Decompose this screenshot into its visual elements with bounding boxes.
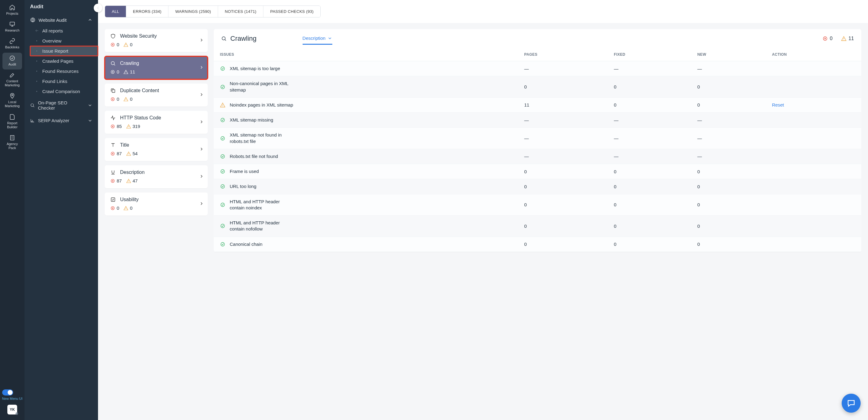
status-icon (220, 184, 225, 189)
tab-passed[interactable]: PASSED CHECKS (93) (264, 6, 320, 17)
issues-table: ISSUESPAGESFIXEDNEWACTION XML sitemap is… (214, 48, 861, 252)
rail-label: Research (5, 29, 19, 32)
sidebar-item-label: Issue Report (42, 49, 68, 54)
edit-icon (9, 72, 15, 78)
category-card-title[interactable]: Title 87 54 (105, 138, 208, 161)
tab-errors[interactable]: ERRORS (334) (126, 6, 168, 17)
rail-item-backlinks[interactable]: Backlinks (2, 35, 22, 52)
file-icon (9, 114, 15, 120)
sidebar-tool-serp-analyzer[interactable]: SERP Analyzer (25, 114, 98, 127)
nav-group-website-audit[interactable]: Website Audit (25, 14, 98, 26)
table-row[interactable]: HTML and HTTP header contain nofollow 0 … (214, 216, 861, 237)
cell-new: — (691, 112, 766, 128)
col-action: ACTION (766, 48, 861, 61)
sidebar-item-found-resources[interactable]: •Found Resources (30, 66, 98, 76)
sidebar-item-found-links[interactable]: •Found Links (30, 76, 98, 86)
issue-name: Robots.txt file not found (230, 153, 278, 160)
category-card-description[interactable]: Description 87 47 (105, 165, 208, 188)
filter-tabs: ALLERRORS (334)WARNINGS (2590)NOTICES (1… (105, 5, 321, 18)
rail-item-report-builder[interactable]: Report Builder (2, 111, 22, 132)
table-row[interactable]: Canonical chain 0 0 0 (214, 237, 861, 252)
table-row[interactable]: Frame is used 0 0 0 (214, 164, 861, 179)
warning-icon (123, 206, 128, 211)
card-errors: 0 (110, 205, 119, 211)
chevron-down-icon (88, 103, 93, 108)
table-row[interactable]: XML sitemap is too large — — — (214, 61, 861, 76)
cell-new: — (691, 149, 766, 164)
rail-item-local-marketing[interactable]: Local Marketing (2, 90, 22, 111)
chevron-right-icon (199, 201, 204, 206)
category-card-duplicate-content[interactable]: Duplicate Content 0 0 (105, 84, 208, 106)
table-row[interactable]: XML sitemap missing — — — (214, 112, 861, 128)
bullet-icon: • (34, 90, 39, 93)
category-card-http-status-code[interactable]: HTTP Status Code 85 319 (105, 111, 208, 134)
sidebar-item-issue-report[interactable]: •Issue Report (30, 46, 98, 56)
sidebar-item-crawled-pages[interactable]: •Crawled Pages (30, 56, 98, 66)
card-errors-value: 87 (117, 178, 122, 183)
issue-name: XML sitemap is too large (230, 66, 280, 72)
sidebar-item-crawl-comparison[interactable]: •Crawl Comparison (30, 86, 98, 96)
card-errors: 87 (110, 151, 122, 156)
action-reset[interactable]: Reset (772, 102, 784, 107)
error-icon (110, 179, 115, 183)
sidebar-item-label: Found Links (42, 79, 67, 84)
card-warnings-value: 0 (130, 42, 132, 47)
chevron-right-icon (199, 92, 204, 97)
rail-item-research[interactable]: Research (2, 19, 22, 35)
rail-item-projects[interactable]: Projects (2, 2, 22, 19)
table-row[interactable]: URL too long 0 0 0 (214, 179, 861, 194)
view-dropdown[interactable]: Description (303, 35, 332, 45)
sidebar-item-all-reports[interactable]: All reports (30, 26, 98, 36)
card-title: Duplicate Content (120, 88, 159, 93)
card-title: Description (120, 170, 145, 175)
chevron-down-icon (328, 36, 332, 41)
status-icon (220, 169, 225, 174)
cell-new: 0 (691, 164, 766, 179)
rail-item-content-marketing[interactable]: Content Marketing (2, 69, 22, 90)
category-card-list: Website Security 0 0 Crawling 0 11 Dupli… (105, 29, 208, 216)
table-row[interactable]: XML sitemap not found in robots.txt file… (214, 128, 861, 149)
copy-icon (110, 88, 116, 93)
avatar[interactable]: YK (7, 405, 17, 415)
category-card-website-security[interactable]: Website Security 0 0 (105, 29, 208, 52)
col-issues: ISSUES (214, 48, 518, 61)
rail-label: Audit (8, 62, 16, 66)
card-warnings: 319 (126, 124, 140, 129)
warning-icon (123, 97, 128, 102)
category-card-usability[interactable]: Usability 0 0 (105, 193, 208, 216)
issue-name: Non-canonical pages in XML sitemap (230, 80, 294, 93)
cell-new: 0 (691, 237, 766, 252)
card-warnings-value: 0 (130, 96, 132, 102)
sidebar-item-label: All reports (42, 28, 63, 33)
sidebar-item-overview[interactable]: •Overview (30, 36, 98, 46)
error-icon (110, 69, 115, 74)
table-row[interactable]: Non-canonical pages in XML sitemap 0 0 0 (214, 76, 861, 98)
chat-button[interactable] (842, 394, 861, 413)
rail-item-agency-pack[interactable]: Agency Pack (2, 132, 22, 153)
new-menu-ui-toggle[interactable] (2, 389, 13, 395)
card-errors-value: 0 (117, 205, 119, 211)
rail-label: Backlinks (5, 45, 19, 49)
card-errors: 0 (110, 96, 119, 102)
table-row[interactable]: HTML and HTTP header contain noindex 0 0… (214, 194, 861, 216)
sidebar-tool-on-page-seo-checker[interactable]: On-Page SEO Checker (25, 96, 98, 114)
status-icon (220, 136, 225, 141)
tool-label: SERP Analyzer (38, 118, 69, 123)
cell-new: — (691, 128, 766, 149)
category-card-crawling[interactable]: Crawling 0 11 (105, 56, 208, 79)
table-row[interactable]: Noindex pages in XML sitemap 11 0 0 Rese… (214, 97, 861, 112)
tool-label: On-Page SEO Checker (38, 100, 85, 110)
card-errors-value: 0 (117, 96, 119, 102)
issue-name: Canonical chain (230, 241, 262, 247)
globe-icon (30, 17, 35, 23)
collapse-sidebar-button[interactable] (94, 4, 102, 12)
rail-item-audit[interactable]: Audit (2, 53, 22, 69)
tab-warnings[interactable]: WARNINGS (2590) (168, 6, 218, 17)
total-errors-value: 0 (830, 36, 833, 41)
issue-name: XML sitemap missing (230, 117, 273, 123)
table-row[interactable]: Robots.txt file not found — — — (214, 149, 861, 164)
status-icon (220, 202, 225, 207)
card-warnings-value: 54 (133, 151, 138, 156)
tab-notices[interactable]: NOTICES (1471) (218, 6, 264, 17)
tab-all[interactable]: ALL (105, 6, 126, 17)
